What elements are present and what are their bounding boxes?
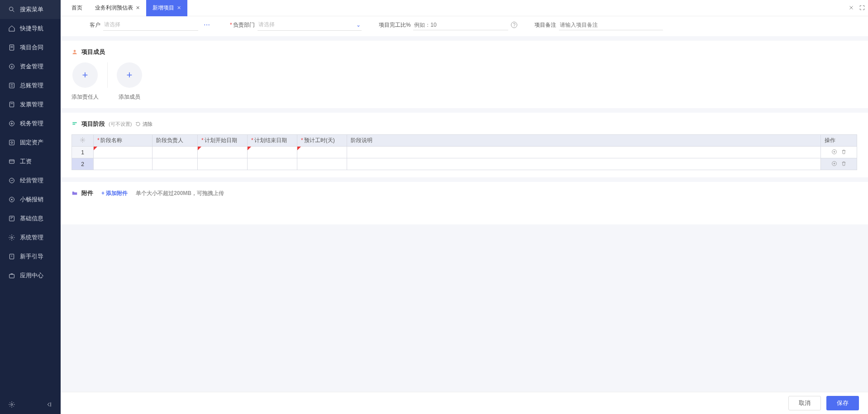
svg-point-25	[11, 404, 13, 405]
more-icon[interactable]: ⋯	[201, 21, 213, 29]
doc-icon	[8, 44, 15, 51]
sidebar-item-label: 固定资产	[20, 138, 43, 147]
cell-name[interactable]	[94, 158, 153, 170]
svg-point-32	[82, 139, 83, 140]
collapse-icon[interactable]	[45, 401, 52, 409]
add-owner-button[interactable]: +	[72, 62, 98, 88]
progress-label: 项目完工比%	[379, 21, 411, 29]
delete-row-icon[interactable]	[841, 161, 847, 168]
gear-header[interactable]	[72, 135, 94, 147]
sidebar-item-salary[interactable]: 工资	[0, 152, 61, 171]
add-owner-tile: + 添加责任人	[72, 62, 99, 101]
placeholder-text: 请选择	[104, 21, 120, 29]
apps-icon	[8, 272, 15, 279]
salary-icon	[8, 158, 15, 165]
sidebar-item-asset[interactable]: 固定资产	[0, 133, 61, 152]
svg-point-29	[74, 50, 76, 52]
sidebar-item-label: 经营管理	[20, 176, 43, 185]
close-icon[interactable]: ✕	[177, 5, 181, 11]
stages-block: 项目阶段 (可不设置) 清除 *阶段名称 阶段	[61, 113, 868, 177]
sidebar-item-ledger[interactable]: 总账管理	[0, 76, 61, 95]
row-number: 1	[72, 147, 94, 158]
sidebar-item-apps[interactable]: 应用中心	[0, 266, 61, 285]
sidebar-item-label: 新手引导	[20, 252, 43, 261]
sidebar-item-search[interactable]: 搜索菜单	[0, 0, 61, 19]
sidebar-item-label: 税务管理	[20, 119, 43, 128]
tabs-bar: 首页 业务利润预估表✕ 新增项目✕	[61, 0, 868, 16]
close-icon[interactable]: ✕	[136, 5, 140, 11]
stages-clear-link[interactable]: 清除	[135, 121, 153, 128]
col-days: *预计工时(天)	[297, 135, 347, 147]
placeholder-text: 请选择	[258, 21, 275, 29]
asset-icon	[8, 139, 15, 146]
dept-select[interactable]: 请选择 ⌄	[258, 19, 362, 31]
col-owner: 阶段负责人	[153, 135, 198, 147]
sidebar-item-project-contract[interactable]: 项目合同	[0, 38, 61, 57]
sidebar-item-system[interactable]: 系统管理	[0, 228, 61, 247]
tab-new-project[interactable]: 新增项目✕	[146, 0, 187, 16]
customer-select[interactable]: 请选择	[103, 19, 198, 31]
add-attachment-link[interactable]: + 添加附件	[101, 190, 128, 197]
attachments-block: 附件 + 添加附件 单个大小不超过200MB，可拖拽上传	[61, 182, 868, 224]
cell-start[interactable]	[198, 147, 248, 158]
cell-start[interactable]	[198, 158, 248, 170]
col-name: *阶段名称	[94, 135, 153, 147]
svg-rect-31	[72, 124, 75, 124]
sidebar-item-fund[interactable]: ¥ 资金管理	[0, 57, 61, 76]
bag-icon: ¥	[8, 63, 15, 70]
members-block: 项目成员 + 添加责任人 + 添加成员	[61, 41, 868, 108]
stages-note: (可不设置)	[109, 121, 132, 128]
folder-icon	[72, 190, 78, 196]
guide-icon	[8, 253, 15, 260]
sidebar-item-label: 小畅报销	[20, 195, 43, 204]
sidebar-item-label: 工资	[20, 157, 32, 166]
add-owner-label: 添加责任人	[72, 93, 99, 101]
add-row-icon[interactable]	[831, 149, 837, 156]
sidebar-item-quicknav[interactable]: 快捷导航	[0, 19, 61, 38]
svg-point-14	[11, 142, 13, 143]
tab-home[interactable]: 首页	[65, 0, 89, 16]
row-ops	[821, 158, 857, 170]
cell-end[interactable]	[248, 147, 297, 158]
sidebar-item-biz[interactable]: 经营管理	[0, 171, 61, 190]
members-title: 项目成员	[81, 48, 105, 56]
svg-line-1	[13, 10, 14, 12]
settings-icon[interactable]	[8, 401, 15, 409]
tab-profit-estimate[interactable]: 业务利润预估表✕	[89, 0, 146, 16]
svg-rect-15	[10, 160, 14, 163]
sidebar-item-expense[interactable]: 小畅报销	[0, 190, 61, 209]
svg-point-22	[11, 237, 13, 238]
sidebar-item-invoice[interactable]: 发票管理	[0, 95, 61, 114]
add-row-icon[interactable]	[831, 161, 837, 168]
save-button[interactable]: 保存	[826, 396, 859, 410]
delete-row-icon[interactable]	[841, 149, 847, 156]
cell-end[interactable]	[248, 158, 297, 170]
sidebar-item-baseinfo[interactable]: 基础信息	[0, 209, 61, 228]
sidebar-item-guide[interactable]: 新手引导	[0, 247, 61, 266]
remark-input[interactable]	[559, 20, 663, 30]
cell-days[interactable]	[297, 147, 347, 158]
chevron-down-icon: ⌄	[356, 22, 361, 28]
sidebar-item-tax[interactable]: 税务管理	[0, 114, 61, 133]
ledger-icon	[8, 82, 15, 89]
svg-text:¥: ¥	[11, 65, 13, 68]
sidebar-item-label: 总账管理	[20, 81, 43, 90]
cell-desc[interactable]	[347, 158, 821, 170]
close-panel-icon[interactable]	[848, 5, 854, 12]
cell-owner[interactable]	[153, 158, 198, 170]
cancel-button[interactable]: 取消	[788, 396, 821, 410]
help-icon[interactable]: ?	[511, 22, 517, 28]
fullscreen-icon[interactable]	[859, 5, 865, 12]
cell-name[interactable]	[94, 147, 153, 158]
add-member-button[interactable]: +	[117, 62, 142, 88]
svg-point-0	[10, 7, 13, 11]
cell-desc[interactable]	[347, 147, 821, 158]
progress-input[interactable]	[413, 20, 508, 30]
sidebar-item-label: 应用中心	[20, 271, 43, 280]
cell-owner[interactable]	[153, 147, 198, 158]
col-start: *计划开始日期	[198, 135, 248, 147]
stages-table: *阶段名称 阶段负责人 *计划开始日期 *计划结束日期 *预计工时(天) 阶段说…	[72, 134, 857, 170]
form-row: 客户 请选择 ⋯ *负责部门 请选择 ⌄ 项目完工比% ? 项目备注	[61, 16, 868, 36]
cell-days[interactable]	[297, 158, 347, 170]
svg-rect-30	[72, 122, 76, 123]
